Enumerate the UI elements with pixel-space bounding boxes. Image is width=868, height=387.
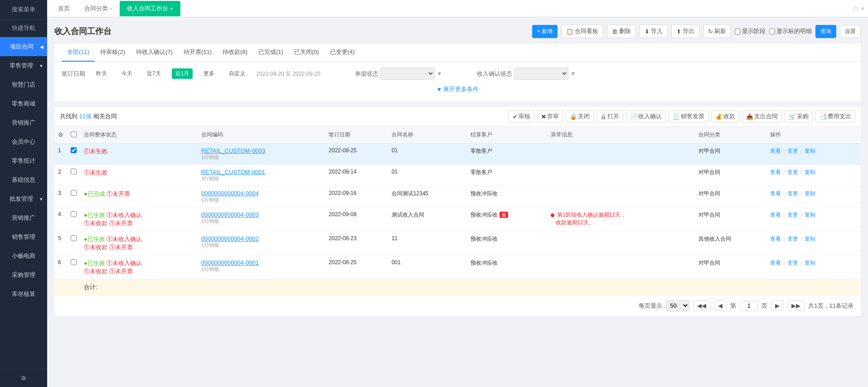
row5-checkbox[interactable] (71, 235, 77, 241)
per-page-select[interactable]: 50 10 20 100 (666, 300, 689, 311)
row4-copy-btn[interactable]: 复制 (805, 212, 815, 218)
window-close-icon[interactable]: × (861, 5, 864, 12)
tab-close-income-workbench[interactable]: × (170, 6, 173, 11)
filter-tab-pending-invoice[interactable]: 待开票(11) (178, 44, 217, 62)
date-btn-7days[interactable]: 近7天 (143, 68, 165, 79)
settings-col-icon[interactable]: ⚙ (58, 131, 63, 138)
filter-tab-changed[interactable]: 已变更(4) (325, 44, 360, 62)
contract-board-button[interactable]: 📋 合同看板 (561, 24, 603, 38)
row2-edit-btn[interactable]: 变更 (787, 169, 798, 175)
refresh-button[interactable]: ↻ 刷新 (703, 24, 731, 38)
row4-checkbox[interactable] (71, 211, 77, 217)
date-btn-more[interactable]: 更多 (200, 68, 218, 79)
income-confirm-select[interactable] (514, 68, 568, 80)
select-all-checkbox[interactable] (71, 131, 77, 137)
window-restore-icon[interactable]: □ (854, 5, 858, 12)
row2-copy-btn[interactable]: 复制 (805, 169, 815, 175)
filter-tab-pending-payment[interactable]: 待收款(8) (217, 44, 253, 62)
row2-view-btn[interactable]: 查看 (770, 169, 781, 175)
next-page-btn[interactable]: ▶ (771, 300, 784, 311)
abandon-btn[interactable]: ✖ 弃审 (537, 111, 563, 122)
delete-button[interactable]: 🗑 删除 (607, 24, 636, 38)
income-confirm-btn[interactable]: 📄 收入确认 (626, 111, 666, 122)
sidebar-item-retail-mgmt[interactable]: 零售管理 (0, 56, 47, 75)
row5-code-link[interactable]: 0000000000004-0002 (201, 235, 259, 242)
filter-tab-closed[interactable]: 已关闭(0) (289, 44, 325, 62)
row3-copy-btn[interactable]: 复制 (805, 190, 815, 197)
row3-view-btn[interactable]: 查看 (770, 190, 781, 197)
row6-view-btn[interactable]: 查看 (770, 260, 781, 266)
tab-close-contract-category[interactable]: × (110, 6, 112, 11)
filter-tab-all[interactable]: 全部(11) (62, 44, 95, 62)
settings-button[interactable]: 设置 (840, 25, 861, 38)
sidebar-item-marketing[interactable]: 营销推广 (0, 113, 47, 132)
first-page-btn[interactable]: ◀◀ (693, 300, 710, 311)
sidebar-item-project[interactable]: 项目合同 (0, 37, 47, 56)
purchase-btn[interactable]: 🛒 采购 (785, 111, 813, 122)
sidebar-item-wholesale-mgmt[interactable]: 批发管理 (0, 189, 47, 208)
row5-copy-btn[interactable]: 复制 (805, 236, 815, 242)
filter-tab-pending-income-confirm[interactable]: 待收入确认(7) (131, 44, 178, 62)
sidebar-quick-nav[interactable]: 快捷导航 (0, 19, 47, 37)
row6-copy-btn[interactable]: 复制 (805, 260, 815, 266)
last-page-btn[interactable]: ▶▶ (787, 300, 805, 311)
sidebar-search[interactable]: 搜索菜单 (0, 0, 47, 19)
sidebar-item-purchase-mgmt[interactable]: 采购管理 (0, 266, 47, 285)
sidebar-item-retail-mall[interactable]: 零售商城 (0, 94, 47, 113)
sidebar-item-member[interactable]: 会员中心 (0, 132, 47, 151)
date-btn-yesterday[interactable]: 昨天 (92, 68, 111, 79)
sidebar-item-smart-store[interactable]: 智慧门店 (0, 75, 47, 94)
tab-home[interactable]: 首页 (51, 1, 77, 16)
table-header-row: ⚙ 合同整体状态 合同编码 签订日期 合同名称 结算客户 异常信息 合同分类 操… (54, 126, 861, 144)
row3-checkbox[interactable] (71, 190, 77, 196)
sidebar-item-inventory[interactable]: 库存核算 (0, 285, 47, 304)
filter-tab-completed[interactable]: 已完成(1) (253, 44, 289, 62)
purchase-out-btn[interactable]: 📤 支出合同 (742, 111, 782, 122)
sidebar-settings[interactable]: ⚙ (0, 369, 47, 387)
row1-copy-btn[interactable]: 复制 (805, 148, 815, 154)
print-btn[interactable]: 🖨 打开 (596, 111, 623, 122)
expense-out-btn[interactable]: 📑 费用支出 (815, 111, 855, 122)
row5-view-btn[interactable]: 查看 (770, 236, 781, 242)
doc-status-select[interactable] (380, 68, 435, 80)
add-button[interactable]: + 新增 (532, 25, 558, 38)
row4-view-btn[interactable]: 查看 (770, 212, 781, 218)
row1-view-btn[interactable]: 查看 (770, 148, 781, 154)
row4-code-link[interactable]: 0000000000004-0003 (201, 211, 259, 218)
close-btn[interactable]: 🔒 关闭 (566, 111, 594, 122)
row6-edit-btn[interactable]: 变更 (787, 260, 798, 266)
sales-invoice-btn[interactable]: 🧾 销售发票 (669, 111, 708, 122)
show-details-checkbox[interactable]: 显示标的明细 (769, 27, 812, 35)
page-number-input[interactable] (740, 301, 758, 310)
review-btn[interactable]: ✔ 审核 (509, 111, 534, 122)
prev-page-btn[interactable]: ◀ (714, 300, 727, 311)
row1-edit-btn[interactable]: 变更 (787, 148, 798, 154)
row1-code-link[interactable]: RETAIL_CUSTOM-0003 (201, 147, 265, 154)
tab-contract-category[interactable]: 合同分类 × (77, 1, 120, 16)
row2-code-link[interactable]: RETAIL_CUSTOM-0001 (201, 169, 265, 175)
sidebar-item-marketing2[interactable]: 营销推广 (0, 208, 47, 227)
row6-code-link[interactable]: 0000000000004-0001 (201, 259, 259, 266)
show-stages-checkbox[interactable]: 显示阶段 (735, 27, 766, 35)
row2-checkbox[interactable] (71, 169, 77, 174)
import-button[interactable]: ⬇ 导入 (640, 24, 668, 38)
date-btn-custom[interactable]: 自定义 (225, 68, 249, 79)
row3-edit-btn[interactable]: 变更 (787, 190, 798, 197)
tab-income-workbench[interactable]: 收入合同工作台 × (120, 1, 180, 16)
row5-edit-btn[interactable]: 变更 (787, 236, 798, 242)
row4-edit-btn[interactable]: 变更 (787, 212, 798, 218)
sidebar-item-retail-stats[interactable]: 零售统计 (0, 151, 47, 170)
date-btn-today[interactable]: 今天 (118, 68, 136, 79)
sidebar-item-xiaowei[interactable]: 小畅电商 (0, 247, 47, 266)
row6-checkbox[interactable] (71, 259, 77, 265)
sidebar-item-sales-mgmt[interactable]: 销售管理 (0, 227, 47, 247)
payment-btn[interactable]: 💰 收款 (711, 111, 739, 122)
row3-code-link[interactable]: 0000000000004-0004 (201, 190, 259, 197)
export-button[interactable]: ⬆ 导出 (671, 24, 699, 38)
row1-checkbox[interactable] (71, 147, 77, 153)
filter-tab-pending-review[interactable]: 待审核(2) (95, 44, 131, 62)
query-button[interactable]: 查询 (815, 25, 836, 38)
date-btn-1month[interactable]: 近1月 (172, 68, 193, 79)
expand-filter-btn[interactable]: ▼ 展开更多条件 (434, 82, 482, 96)
sidebar-item-base-info[interactable]: 基础信息 (0, 170, 47, 189)
